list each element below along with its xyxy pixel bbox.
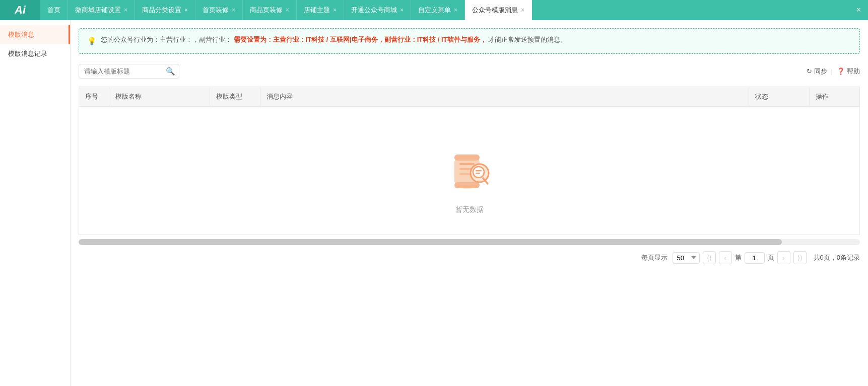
notice-suffix: 才能正常发送预置的消息。 [488, 36, 567, 43]
search-left: 🔍 [79, 64, 179, 79]
nav-tab-close-4[interactable]: × [286, 7, 289, 14]
nav-tab-7[interactable]: 自定义菜单× [411, 0, 465, 20]
nav-tab-close-1[interactable]: × [124, 7, 127, 14]
notice-box: 💡 您的公众号行业为：主营行业：，副营行业： 需要设置为：主营行业：IT科技 /… [79, 28, 860, 54]
notice-highlight: 需要设置为：主营行业：IT科技 / 互联网|电子商务，副营行业：IT科技 / I… [234, 36, 487, 43]
nav-tab-2[interactable]: 商品分类设置× [135, 0, 195, 20]
empty-illustration [439, 137, 500, 197]
svg-rect-4 [459, 163, 475, 165]
nav-tab-5[interactable]: 店铺主题× [297, 0, 344, 20]
col-header-1: 模版名称 [109, 87, 210, 107]
nav-tab-1[interactable]: 微商城店铺设置× [68, 0, 135, 20]
nav-tabs-container: 首页微商城店铺设置×商品分类设置×首页装修×商品页装修×店铺主题×开通公众号商城… [40, 0, 849, 20]
table-header-row: 序号模版名称模版类型消息内容状态操作 [79, 87, 860, 107]
content-area: 💡 您的公众号行业为：主营行业：，副营行业： 需要设置为：主营行业：IT科技 /… [71, 20, 868, 386]
horizontal-scrollbar[interactable] [79, 239, 860, 245]
svg-point-8 [473, 167, 484, 178]
close-all-tabs-button[interactable]: × [849, 0, 868, 20]
page-input[interactable] [745, 252, 765, 264]
nav-tab-close-7[interactable]: × [454, 7, 457, 14]
help-button[interactable]: ❓ 帮助 [837, 67, 860, 76]
col-header-4: 状态 [749, 87, 810, 107]
table-empty-row: 暂无数据 [79, 107, 860, 235]
help-label: 帮助 [847, 67, 860, 76]
sync-label: 同步 [814, 67, 827, 76]
search-input-wrap: 🔍 [79, 64, 179, 79]
page-total: 共0页，0条记录 [814, 253, 860, 262]
search-bar: 🔍 ↻ 同步 | ❓ 帮助 [79, 64, 860, 79]
data-table: 序号模版名称模版类型消息内容状态操作 [79, 87, 860, 235]
nav-tab-3[interactable]: 首页装修× [195, 0, 243, 20]
svg-rect-11 [476, 173, 480, 174]
app-logo: Ai [0, 0, 40, 20]
empty-state: 暂无数据 [79, 107, 859, 235]
prev-page-button[interactable]: ‹ [719, 251, 732, 264]
page-label: 第 [735, 253, 742, 262]
page-suffix: 页 [768, 253, 774, 262]
first-page-button[interactable]: ⟨⟨ [703, 251, 716, 264]
next-page-button[interactable]: › [777, 251, 790, 264]
nav-tab-6[interactable]: 开通公众号商城× [344, 0, 411, 20]
sidebar-item-1[interactable]: 模版消息记录 [0, 44, 70, 63]
col-header-2: 模版类型 [210, 87, 260, 107]
sync-button[interactable]: ↻ 同步 [807, 67, 827, 76]
sync-icon: ↻ [807, 67, 812, 75]
help-icon: ❓ [837, 67, 845, 75]
notice-icon: 💡 [87, 35, 97, 47]
notice-prefix: 您的公众号行业为：主营行业：，副营行业： [101, 36, 232, 43]
col-header-0: 序号 [79, 87, 109, 107]
search-icon[interactable]: 🔍 [166, 67, 175, 76]
sidebar-item-0[interactable]: 模版消息 [0, 25, 70, 44]
svg-rect-3 [454, 182, 480, 188]
nav-tab-close-6[interactable]: × [400, 7, 404, 14]
col-header-5: 操作 [810, 87, 860, 107]
page-size-select[interactable]: 102050100 [673, 252, 700, 264]
nav-tab-close-5[interactable]: × [333, 7, 337, 14]
nav-tab-close-2[interactable]: × [184, 7, 188, 14]
top-navbar: Ai 首页微商城店铺设置×商品分类设置×首页装修×商品页装修×店铺主题×开通公众… [0, 0, 868, 20]
last-page-button[interactable]: ⟩⟩ [793, 251, 807, 264]
empty-text: 暂无数据 [455, 205, 484, 214]
page-size-label: 每页显示 [641, 253, 667, 262]
main-layout: 模版消息模版消息记录 💡 您的公众号行业为：主营行业：，副营行业： 需要设置为：… [0, 20, 868, 386]
nav-tab-close-8[interactable]: × [521, 7, 524, 14]
svg-rect-2 [454, 155, 480, 161]
nav-tab-4[interactable]: 商品页装修× [243, 0, 297, 20]
notice-text: 您的公众号行业为：主营行业：，副营行业： 需要设置为：主营行业：IT科技 / 互… [101, 35, 851, 45]
col-header-3: 消息内容 [260, 87, 749, 107]
nav-tab-0[interactable]: 首页 [40, 0, 68, 20]
search-input[interactable] [79, 64, 179, 79]
pagination: 每页显示 102050100 ⟨⟨ ‹ 第 页 › ⟩⟩ 共0页，0条记录 [79, 245, 860, 266]
svg-rect-10 [476, 170, 482, 172]
nav-tab-close-3[interactable]: × [232, 7, 235, 14]
svg-rect-5 [459, 168, 472, 170]
sidebar: 模版消息模版消息记录 [0, 20, 71, 386]
nav-tab-8[interactable]: 公众号模版消息× [465, 0, 532, 20]
divider: | [831, 67, 833, 75]
scroll-thumb [79, 239, 782, 245]
search-right: ↻ 同步 | ❓ 帮助 [807, 67, 860, 76]
